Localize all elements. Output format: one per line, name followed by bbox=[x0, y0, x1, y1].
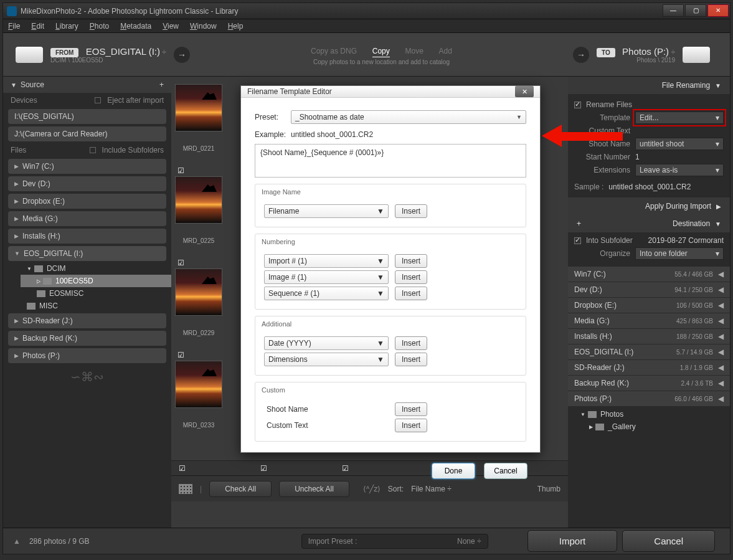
file-renaming-header[interactable]: File Renaming▼ bbox=[568, 77, 730, 94]
drive-item[interactable]: ▶Win7 (C:) bbox=[8, 159, 166, 174]
cancel-dialog-button[interactable]: Cancel bbox=[484, 463, 527, 479]
app-icon bbox=[7, 6, 17, 16]
insert-button[interactable]: Insert bbox=[395, 336, 427, 350]
insert-button[interactable]: Insert bbox=[395, 270, 427, 284]
close-button[interactable]: ✕ bbox=[707, 4, 729, 17]
drive-item-expanded[interactable]: ▼EOS_DIGITAL (I:) bbox=[8, 246, 166, 261]
insert-button[interactable]: Insert bbox=[395, 287, 427, 300]
insert-button[interactable]: Insert bbox=[395, 254, 427, 268]
numbering-dropdown[interactable]: Sequence # (1)▼ bbox=[264, 287, 389, 300]
drive-item[interactable]: ▶Media (G:) bbox=[8, 211, 166, 226]
footer: ▲ 286 photos / 9 GB Import Preset :None … bbox=[3, 528, 730, 554]
drive-item[interactable]: ▶Photos (P:) bbox=[8, 348, 166, 363]
action-dng[interactable]: Copy as DNG bbox=[311, 47, 357, 55]
menu-help[interactable]: Help bbox=[228, 22, 244, 31]
done-button[interactable]: Done bbox=[432, 463, 475, 479]
menu-window[interactable]: Window bbox=[190, 22, 217, 31]
menu-photo[interactable]: Photo bbox=[90, 22, 109, 31]
check-icon[interactable]: ☑ bbox=[179, 464, 186, 473]
import-button[interactable]: Import bbox=[527, 530, 618, 552]
into-subfolder-checkbox[interactable] bbox=[574, 237, 581, 244]
menu-file[interactable]: File bbox=[8, 22, 20, 31]
imagename-dropdown[interactable]: Filename▼ bbox=[264, 204, 389, 218]
to-sublocation: Photos \ 2019 bbox=[597, 57, 675, 64]
rename-checkbox[interactable] bbox=[574, 102, 581, 108]
panel-ornament: ∽⌘∾ bbox=[3, 364, 171, 389]
action-subtitle: Copy photos to a new location and add to… bbox=[197, 59, 565, 65]
destination-drive[interactable]: Win7 (C:)55.4 / 466 GB◀ bbox=[568, 267, 730, 282]
drive-item[interactable]: ▶SD-Reader (J:) bbox=[8, 313, 166, 328]
source-panel-header[interactable]: ▼Source+ bbox=[3, 77, 171, 93]
menu-library[interactable]: Library bbox=[55, 22, 78, 31]
cancel-button[interactable]: Cancel bbox=[622, 530, 715, 552]
thumbnail-size-label: Thumb bbox=[537, 485, 560, 493]
dest-folder[interactable]: ▼Photos bbox=[574, 408, 724, 420]
dialog-titlebar: Filename Template Editor ✕ bbox=[241, 86, 540, 98]
numbering-dropdown[interactable]: Image # (1)▼ bbox=[264, 270, 389, 284]
folder-item[interactable]: EOSMISC bbox=[21, 287, 171, 300]
action-copy[interactable]: Copy bbox=[372, 47, 390, 57]
insert-button[interactable]: Insert bbox=[395, 204, 427, 218]
menu-view[interactable]: View bbox=[163, 22, 179, 31]
import-bar: FROM EOS_DIGITAL (I:) ÷ DCIM \ 100EOS5D … bbox=[3, 33, 730, 77]
dialog-close-button[interactable]: ✕ bbox=[515, 86, 534, 97]
template-textarea[interactable]: {Shoot Name}_{Sequence # (0001)»} bbox=[255, 144, 526, 178]
destination-drive[interactable]: EOS_DIGITAL (I:)5.7 / 14.9 GB◀ bbox=[568, 344, 730, 359]
destination-drive[interactable]: Dropbox (E:)106 / 500 GB◀ bbox=[568, 298, 730, 313]
drive-item[interactable]: ▶Dropbox (E:) bbox=[8, 194, 166, 209]
additional-dropdown[interactable]: Date (YYYY)▼ bbox=[264, 336, 389, 350]
arrow-next-icon[interactable]: → bbox=[174, 47, 190, 63]
dest-drive-icon bbox=[683, 47, 710, 63]
arrow-next-icon-2[interactable]: → bbox=[573, 47, 589, 63]
folder-item[interactable]: MISC bbox=[21, 300, 171, 312]
grid-view-icon[interactable] bbox=[179, 484, 192, 494]
thumbnail[interactable]: MRD_0221 bbox=[175, 84, 222, 163]
destination-drive[interactable]: Backup Red (K:)2.4 / 3.6 TB◀ bbox=[568, 376, 730, 391]
additional-dropdown[interactable]: Dimensions▼ bbox=[264, 353, 389, 366]
action-move[interactable]: Move bbox=[405, 47, 423, 55]
thumbnail[interactable]: MRD_0225 bbox=[175, 176, 222, 255]
destination-drive[interactable]: SD-Reader (J:)1.8 / 1.9 GB◀ bbox=[568, 360, 730, 375]
destination-drive[interactable]: Installs (H:)188 / 250 GB◀ bbox=[568, 329, 730, 344]
insert-button[interactable]: Insert bbox=[395, 419, 427, 432]
annotation-arrow bbox=[542, 125, 623, 147]
menu-edit[interactable]: Edit bbox=[31, 22, 44, 31]
template-dropdown[interactable]: Edit...▾ bbox=[635, 112, 724, 124]
extensions-dropdown[interactable]: Leave as-is▾ bbox=[635, 164, 724, 176]
from-location[interactable]: EOS_DIGITAL (I:) bbox=[86, 46, 160, 57]
dest-folder[interactable]: ▶_Gallery bbox=[574, 420, 724, 433]
numbering-dropdown[interactable]: Import # (1)▼ bbox=[264, 254, 389, 268]
destination-drive[interactable]: Photos (P:)66.0 / 466 GB◀ bbox=[568, 391, 730, 406]
insert-button[interactable]: Insert bbox=[395, 402, 427, 416]
organize-dropdown[interactable]: Into one folder▾ bbox=[635, 247, 724, 260]
menubar: File Edit Library Photo Metadata View Wi… bbox=[3, 19, 730, 33]
destination-drive[interactable]: Dev (D:)94.1 / 250 GB◀ bbox=[568, 282, 730, 297]
insert-button[interactable]: Insert bbox=[395, 353, 427, 366]
shoot-name-field[interactable]: untitled shoot▾ bbox=[635, 138, 724, 150]
window-title: MikeDixonPhoto-2 - Adobe Photoshop Light… bbox=[21, 7, 663, 16]
destination-drive[interactable]: Media (G:)425 / 863 GB◀ bbox=[568, 313, 730, 328]
apply-during-import-header[interactable]: Apply During Import▶ bbox=[568, 197, 730, 215]
action-add[interactable]: Add bbox=[439, 47, 452, 55]
filename-template-dialog: Filename Template Editor ✕ Preset: _Shoo… bbox=[240, 85, 541, 453]
drive-item[interactable]: ▶Installs (H:) bbox=[8, 229, 166, 244]
folder-item-selected[interactable]: ▷100EOS5D bbox=[21, 275, 171, 287]
drive-item[interactable]: ▶Dev (D:) bbox=[8, 176, 166, 191]
preset-dropdown[interactable]: _Shootname as date▼ bbox=[291, 110, 526, 124]
source-drive-icon bbox=[16, 47, 43, 63]
titlebar: MikeDixonPhoto-2 - Adobe Photoshop Light… bbox=[3, 3, 730, 19]
device-item[interactable]: J:\(Camera or Card Reader) bbox=[8, 126, 166, 141]
menu-metadata[interactable]: Metadata bbox=[120, 22, 151, 31]
minimize-button[interactable]: — bbox=[663, 4, 684, 17]
thumbnail[interactable]: MRD_0229 bbox=[175, 268, 222, 347]
import-preset-dropdown[interactable]: Import Preset :None ÷ bbox=[301, 534, 488, 549]
from-badge: FROM bbox=[50, 48, 78, 57]
thumbnail[interactable]: MRD_0233 bbox=[175, 361, 222, 439]
from-sublocation: DCIM \ 100EOS5D bbox=[50, 57, 166, 64]
device-item[interactable]: I:\(EOS_DIGITAL) bbox=[8, 109, 166, 124]
to-location[interactable]: Photos (P:) bbox=[622, 46, 669, 57]
drive-item[interactable]: ▶Backup Red (K:) bbox=[8, 331, 166, 346]
maximize-button[interactable]: ▢ bbox=[685, 4, 706, 17]
folder-item[interactable]: ▼DCIM bbox=[21, 262, 171, 275]
destination-header[interactable]: +Destination▼ bbox=[568, 215, 730, 232]
